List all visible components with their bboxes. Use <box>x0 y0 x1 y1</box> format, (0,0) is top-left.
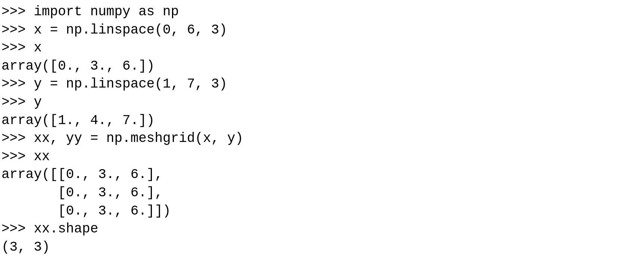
code-text: xx.shape <box>34 220 98 238</box>
code-text: y = np.linspace(1, 7, 3) <box>34 75 227 94</box>
terminal-line: [0., 3., 6.]]) <box>0 202 644 221</box>
code-text: xx, yy = np.meshgrid(x, y) <box>34 130 243 148</box>
terminal-line: >>> y = np.linspace(1, 7, 3) <box>0 75 644 94</box>
terminal-line: array([1., 4., 7.]) <box>0 112 644 130</box>
output-text: (3, 3) <box>1 240 50 255</box>
code-text: import numpy as np <box>34 3 179 21</box>
output-text: [0., 3., 6.], <box>1 185 163 200</box>
output-text: array([1., 4., 7.]) <box>1 113 154 128</box>
terminal-line: >>> xx <box>0 148 644 166</box>
code-text: x = np.linspace(0, 6, 3) <box>34 21 227 39</box>
terminal-line: >>> x = np.linspace(0, 6, 3) <box>0 21 644 39</box>
terminal-line: >>> x <box>0 39 644 57</box>
output-text: array([0., 3., 6.]) <box>1 58 154 74</box>
output-text: [0., 3., 6.]]) <box>1 203 171 219</box>
code-text: x <box>34 39 42 57</box>
terminal-line: [0., 3., 6.], <box>0 184 644 202</box>
terminal-line: array([[0., 3., 6.], <box>0 166 644 184</box>
prompt-symbol: >>> <box>1 21 34 39</box>
code-text: y <box>34 94 42 112</box>
terminal-window[interactable]: >>> import numpy as np>>> x = np.linspac… <box>0 0 644 263</box>
prompt-symbol: >>> <box>1 130 34 148</box>
terminal-line: >>> xx.shape <box>0 220 644 238</box>
terminal-line: >>> y <box>0 94 644 112</box>
code-text: xx <box>34 148 50 166</box>
output-text: array([[0., 3., 6.], <box>1 167 163 182</box>
prompt-symbol: >>> <box>1 94 34 112</box>
terminal-line: array([0., 3., 6.]) <box>0 57 644 76</box>
terminal-line: >>> xx, yy = np.meshgrid(x, y) <box>0 130 644 148</box>
prompt-symbol: >>> <box>1 220 34 238</box>
terminal-line: (3, 3) <box>0 238 644 257</box>
prompt-symbol: >>> <box>1 3 34 21</box>
prompt-symbol: >>> <box>1 148 34 166</box>
prompt-symbol: >>> <box>1 75 34 94</box>
prompt-symbol: >>> <box>1 39 34 57</box>
terminal-line: >>> import numpy as np <box>0 3 644 21</box>
